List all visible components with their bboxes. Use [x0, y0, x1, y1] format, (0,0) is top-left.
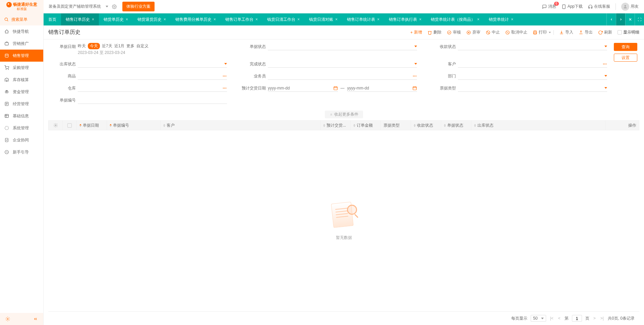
date-chip[interactable]: 自定义 — [136, 43, 149, 49]
sidebar-item[interactable]: 快捷导航 — [0, 25, 43, 38]
col-ticket-type[interactable]: 票据类型 — [381, 121, 411, 130]
calendar-icon[interactable] — [412, 86, 417, 90]
col-order-date[interactable]: 单据日期 — [77, 121, 107, 130]
page-prev[interactable]: < — [558, 316, 561, 321]
stop-button[interactable]: 中止 — [486, 29, 500, 35]
sidebar-item[interactable]: 销售管理 — [0, 50, 43, 62]
system-selector[interactable]: 装备及固定资产辅助管理系统 — [49, 4, 108, 9]
tab-close-icon[interactable]: × — [335, 17, 338, 22]
field-out-status[interactable]: 出库状态 — [50, 60, 227, 68]
field-customer[interactable]: 客户 ⋯ — [430, 60, 607, 68]
tab[interactable]: 钱货日清工作台× — [262, 13, 304, 25]
messages-button[interactable]: 消息 6 — [542, 4, 556, 9]
expect-date-to[interactable] — [347, 84, 417, 92]
col-expect-delivery[interactable]: 预计交货... — [320, 121, 351, 130]
select-all-checkbox[interactable] — [63, 121, 77, 130]
audit-button[interactable]: 审核 — [447, 29, 461, 35]
add-button[interactable]: +新增 — [410, 29, 422, 35]
more-icon[interactable]: ⋯ — [223, 86, 227, 90]
field-pay-status[interactable]: 收款状态 — [430, 43, 607, 56]
tab-close-icon[interactable]: × — [511, 17, 513, 22]
sidebar-item[interactable]: 基础信息 — [0, 110, 43, 122]
tab-close-icon[interactable]: × — [297, 17, 300, 22]
settings-icon[interactable] — [5, 317, 10, 321]
sidebar-item[interactable]: 新手引导 — [0, 146, 43, 158]
collapse-sidebar-icon[interactable] — [33, 317, 38, 321]
tab-close-icon[interactable]: × — [377, 17, 379, 22]
tab-close-icon[interactable]: × — [126, 17, 128, 22]
collapse-filter-button[interactable]: 收起更多条件 — [50, 109, 637, 120]
sidebar-item[interactable]: 资金管理 — [0, 86, 43, 98]
tab-close-icon[interactable]: × — [255, 17, 258, 22]
sidebar-item[interactable]: 系统管理 — [0, 122, 43, 134]
date-from-input[interactable] — [268, 86, 333, 90]
tab[interactable]: 销售订单执行表× — [384, 13, 426, 25]
tab[interactable]: 销售订单历史× — [61, 13, 99, 25]
query-button[interactable]: 查询 — [614, 43, 637, 51]
field-dept[interactable]: 部门 — [430, 72, 607, 80]
tabs-fullscreen[interactable] — [635, 13, 644, 25]
unstop-button[interactable]: 取消中止 — [505, 29, 527, 35]
tab-close-icon[interactable]: × — [419, 17, 421, 22]
sidebar-item[interactable]: 经营管理 — [0, 98, 43, 110]
sidebar-item[interactable]: 采购管理 — [0, 62, 43, 74]
col-out-status[interactable]: 出库状态 — [471, 121, 605, 130]
abandon-audit-button[interactable]: 弃审 — [466, 29, 480, 35]
date-chip[interactable]: 昨天 — [78, 43, 86, 49]
order-no-input[interactable] — [78, 96, 227, 104]
tab[interactable]: 销售订单统计表× — [342, 13, 384, 25]
more-icon[interactable]: ⋯ — [413, 74, 417, 78]
col-pay-status[interactable]: 收款状态 — [411, 121, 441, 130]
tab-close-icon[interactable]: × — [164, 17, 166, 22]
field-order-status[interactable]: 单据状态 — [240, 43, 417, 56]
field-warehouse[interactable]: 仓库 ⋯ — [50, 84, 227, 92]
page-last[interactable]: >| — [600, 316, 604, 321]
col-amount[interactable]: 订单金额 — [351, 121, 381, 130]
app-download-button[interactable]: App下载 — [562, 4, 583, 9]
column-settings-button[interactable] — [49, 121, 63, 130]
tab[interactable]: 销货单统计表（按商品）× — [426, 13, 484, 25]
tab-close-icon[interactable]: × — [92, 17, 94, 22]
more-icon[interactable]: ⋯ — [223, 74, 227, 78]
tabs-scroll-left[interactable] — [606, 13, 616, 25]
refresh-button[interactable]: 刷新 — [598, 29, 612, 35]
col-order-no[interactable]: 单据编号 — [107, 121, 161, 130]
tab[interactable]: 首页 — [44, 13, 61, 25]
col-order-status[interactable]: 单据状态 — [441, 121, 471, 130]
page-next[interactable]: > — [593, 316, 596, 321]
tab[interactable]: 销货单统计× — [484, 13, 518, 25]
page-input[interactable] — [572, 315, 582, 322]
tab[interactable]: 销货退货历史× — [133, 13, 171, 25]
date-to-input[interactable] — [347, 86, 413, 90]
settings-button[interactable]: 设置 — [614, 54, 637, 62]
expect-date-from[interactable] — [268, 84, 338, 92]
tabs-close-all[interactable] — [625, 13, 635, 25]
more-icon[interactable]: ⋯ — [603, 62, 607, 66]
date-chip[interactable]: 近1月 — [114, 43, 125, 49]
field-product[interactable]: 商品 ⋯ — [50, 72, 227, 80]
calendar-icon[interactable] — [333, 86, 338, 90]
field-done-status[interactable]: 完成状态 — [240, 60, 417, 68]
import-button[interactable]: 导入 — [559, 29, 573, 35]
logo-area[interactable]: 畅捷通好生意 标准版 — [0, 0, 44, 13]
sidebar-item[interactable]: 库存核算 — [0, 74, 43, 86]
sidebar-search[interactable]: 搜索菜单 — [0, 13, 43, 25]
tab-close-icon[interactable]: × — [214, 17, 216, 22]
tab[interactable]: 销售费用分摊单历史× — [171, 13, 221, 25]
date-chip[interactable]: 更多 — [126, 43, 134, 49]
user-menu[interactable]: 用友 — [621, 3, 639, 11]
field-ticket-type[interactable]: 票据类型 — [430, 84, 607, 92]
field-salesman[interactable]: 业务员 ⋯ — [240, 72, 417, 80]
tabs-scroll-right[interactable] — [616, 13, 625, 25]
tab[interactable]: 钱货日清对账× — [304, 13, 342, 25]
print-button[interactable]: 打印 — [533, 29, 554, 35]
delete-button[interactable]: 删除 — [427, 29, 442, 35]
show-detail-checkbox[interactable]: 显示明细 — [618, 29, 639, 35]
customer-service-button[interactable]: 在线客服 — [588, 4, 610, 9]
industry-solution-button[interactable]: 体验行业方案 — [122, 2, 155, 11]
tab[interactable]: 销售订单工作台× — [221, 13, 262, 25]
page-first[interactable]: |< — [549, 316, 554, 321]
sidebar-item[interactable]: 企业协同 — [0, 134, 43, 146]
system-settings-button[interactable] — [110, 3, 118, 11]
col-customer[interactable]: 客户 — [161, 121, 320, 130]
